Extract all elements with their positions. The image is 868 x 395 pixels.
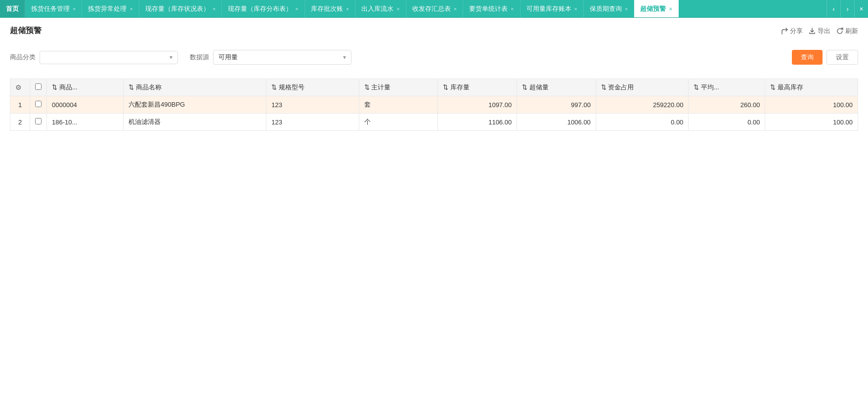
nav-overstock-alert-label: 超储预警	[640, 4, 666, 13]
nav-inv-dist-label: 现存量（库存分布表）	[228, 4, 292, 13]
th-avg[interactable]: ⇅ 平均...	[689, 79, 765, 96]
table-row: 2 186-10... 机油滤清器 123 个 1106.00 1006.00 …	[10, 114, 858, 131]
nav-task-mgmt-close[interactable]: ×	[73, 6, 76, 12]
filter-actions: 查询 设置	[792, 50, 858, 65]
th-max-stock[interactable]: ⇅ 最高库存	[765, 79, 858, 96]
cell-overstock: 997.00	[517, 96, 596, 114]
row-checkbox-1[interactable]	[35, 118, 42, 124]
th-spec[interactable]: ⇅ 规格型号	[266, 79, 359, 96]
nav-item-overstock-alert[interactable]: 超储预警 ×	[634, 0, 678, 18]
share-label: 分享	[790, 27, 803, 36]
filter-datasource: 数据源 可用量 ▾	[190, 50, 351, 65]
nav-item-receive-send[interactable]: 收发存汇总表 ×	[406, 0, 463, 18]
nav-home-label: 首页	[6, 4, 19, 13]
cell-product-name: 六配套新昌490BPG	[124, 96, 266, 114]
nav-arrow-right[interactable]: ›	[840, 0, 854, 18]
header-actions: 分享 导出 刷新	[781, 27, 858, 36]
refresh-button[interactable]: 刷新	[836, 27, 858, 36]
nav-task-mgmt-label: 拣货任务管理	[31, 4, 70, 13]
nav-item-inv-dist[interactable]: 现存量（库存分布表） ×	[222, 0, 304, 18]
datasource-select-value: 可用量	[218, 53, 238, 62]
cell-product-code: 0000004	[47, 96, 124, 114]
nav-arrow-left[interactable]: ‹	[826, 0, 840, 18]
nav-receive-send-close[interactable]: ×	[454, 6, 457, 12]
export-button[interactable]: 导出	[809, 27, 830, 36]
cell-stock: 1097.00	[438, 96, 517, 114]
th-stock[interactable]: ⇅ 库存量	[438, 79, 517, 96]
nav-receive-send-label: 收发存汇总表	[412, 4, 451, 13]
nav-item-exception[interactable]: 拣货异常处理 ×	[82, 0, 139, 18]
share-button[interactable]: 分享	[781, 27, 803, 36]
nav-item-inv-status[interactable]: 现存量（库存状况表） ×	[139, 0, 222, 18]
cell-spec: 123	[266, 114, 359, 131]
share-icon	[781, 28, 788, 35]
nav-order-stats-close[interactable]: ×	[511, 6, 514, 12]
cell-max-stock: 100.00	[765, 96, 858, 114]
th-unit[interactable]: ⇅ 主计量	[359, 79, 438, 96]
nav-inv-status-label: 现存量（库存状况表）	[145, 4, 210, 13]
nav-inv-batch-close[interactable]: ×	[346, 6, 349, 12]
table-row: 1 0000004 六配套新昌490BPG 123 套 1097.00 997.…	[10, 96, 858, 114]
nav-in-out-flow-close[interactable]: ×	[396, 6, 399, 12]
category-select-value	[45, 54, 47, 61]
nav-arrow-close[interactable]: ×	[854, 0, 868, 18]
nav-inv-status-close[interactable]: ×	[213, 6, 216, 12]
category-select[interactable]: ▾	[40, 51, 178, 64]
page-content: 超储预警 分享 导出 刷新	[0, 18, 868, 395]
cell-capital: 259220.00	[596, 96, 689, 114]
export-label: 导出	[818, 27, 830, 36]
nav-item-in-out-flow[interactable]: 出入库流水 ×	[355, 0, 406, 18]
nav-exception-label: 拣货异常处理	[88, 4, 127, 13]
cell-capital: 0.00	[596, 114, 689, 131]
page-header: 超储预警 分享 导出 刷新	[10, 26, 858, 36]
cell-unit: 个	[359, 114, 438, 131]
cell-unit: 套	[359, 96, 438, 114]
th-gear[interactable]: ⚙	[10, 79, 30, 96]
nav-quality-check-label: 保质期查询	[590, 4, 622, 13]
filter-bar: 商品分类 ▾ 数据源 可用量 ▾ 查询 设置	[10, 44, 858, 71]
th-overstock[interactable]: ⇅ 超储量	[517, 79, 596, 96]
cell-product-code: 186-10...	[47, 114, 124, 131]
refresh-label: 刷新	[845, 27, 858, 36]
nav-item-available-ledger[interactable]: 可用量库存账本 ×	[521, 0, 584, 18]
datasource-select[interactable]: 可用量 ▾	[213, 50, 351, 65]
th-checkbox	[30, 79, 47, 96]
nav-in-out-flow-label: 出入库流水	[361, 4, 393, 13]
cell-avg: 260.00	[689, 96, 765, 114]
nav-arrow-group: ‹ › ×	[826, 0, 868, 18]
datasource-chevron-icon: ▾	[343, 54, 346, 61]
nav-inv-dist-close[interactable]: ×	[295, 6, 298, 12]
query-button[interactable]: 查询	[792, 50, 823, 65]
nav-inv-batch-label: 库存批次账	[311, 4, 343, 13]
datasource-label: 数据源	[190, 53, 209, 62]
nav-item-quality-check[interactable]: 保质期查询 ×	[584, 0, 634, 18]
th-capital[interactable]: ⇅ 资金占用	[596, 79, 689, 96]
nav-exception-close[interactable]: ×	[130, 6, 132, 12]
category-label: 商品分类	[10, 53, 36, 62]
nav-available-ledger-close[interactable]: ×	[574, 6, 577, 12]
cell-spec: 123	[266, 96, 359, 114]
table-header-row: ⚙ ⇅ 商品... ⇅ 商品名称 ⇅ 规格型号 ⇅	[10, 79, 858, 96]
page-title: 超储预警	[10, 26, 42, 36]
data-table: ⚙ ⇅ 商品... ⇅ 商品名称 ⇅ 规格型号 ⇅	[10, 79, 858, 131]
nav-item-order-stats[interactable]: 要货单统计表 ×	[463, 0, 520, 18]
gear-icon[interactable]: ⚙	[15, 83, 22, 91]
cell-overstock: 1006.00	[517, 114, 596, 131]
select-all-checkbox[interactable]	[35, 83, 42, 90]
nav-item-task-mgmt[interactable]: 拣货任务管理 ×	[25, 0, 82, 18]
filter-category: 商品分类 ▾	[10, 51, 178, 64]
row-number: 1	[10, 96, 30, 114]
cell-avg: 0.00	[689, 114, 765, 131]
category-chevron-icon: ▾	[170, 54, 173, 61]
row-checkbox-0[interactable]	[35, 101, 42, 107]
cell-max-stock: 100.00	[765, 114, 858, 131]
nav-quality-check-close[interactable]: ×	[625, 6, 628, 12]
nav-overstock-alert-close[interactable]: ×	[669, 6, 672, 12]
row-number: 2	[10, 114, 30, 131]
nav-item-inv-batch[interactable]: 库存批次账 ×	[305, 0, 355, 18]
nav-item-home[interactable]: 首页	[0, 0, 25, 18]
refresh-icon	[836, 28, 843, 35]
th-product-code[interactable]: ⇅ 商品...	[47, 79, 124, 96]
settings-button[interactable]: 设置	[826, 50, 858, 65]
th-product-name[interactable]: ⇅ 商品名称	[124, 79, 266, 96]
